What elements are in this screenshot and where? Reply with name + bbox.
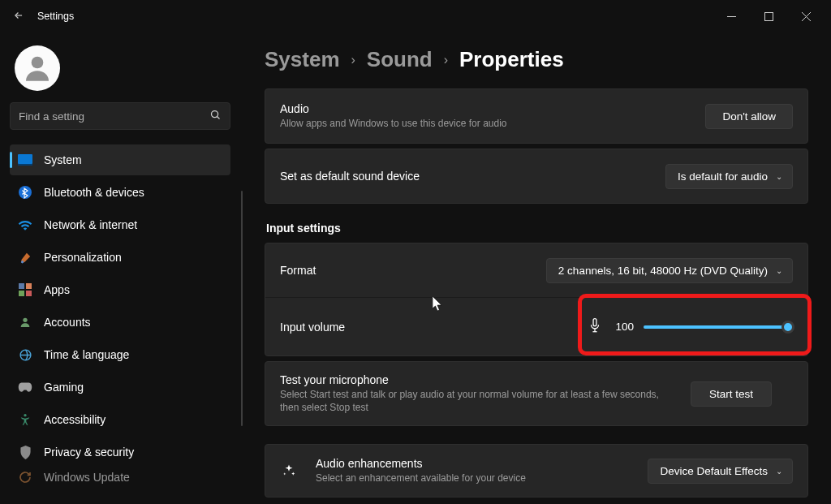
- paintbrush-icon: [18, 250, 32, 265]
- audio-title: Audio: [280, 102, 692, 115]
- default-device-select[interactable]: Is default for audio ⌄: [665, 164, 793, 189]
- input-card: Format 2 channels, 16 bit, 48000 Hz (DVD…: [265, 243, 808, 356]
- wifi-icon: [18, 218, 32, 232]
- audio-subtitle: Allow apps and Windows to use this devic…: [280, 117, 692, 130]
- chevron-right-icon: ›: [351, 53, 355, 67]
- format-title: Format: [280, 264, 533, 277]
- test-mic-card: Test your microphone Select Start test a…: [265, 361, 808, 426]
- sidebar-item-label: Accounts: [44, 316, 91, 329]
- accessibility-icon: [18, 412, 32, 427]
- breadcrumb: System › Sound › Properties: [265, 47, 808, 72]
- apps-icon: [18, 282, 32, 297]
- chevron-down-icon: ⌄: [776, 172, 782, 181]
- format-select[interactable]: 2 channels, 16 bit, 48000 Hz (DVD Qualit…: [546, 258, 793, 283]
- start-test-button[interactable]: Start test: [691, 381, 772, 407]
- chevron-down-icon: ⌄: [776, 467, 782, 476]
- input-volume-control: 100: [588, 318, 793, 336]
- maximize-button[interactable]: [750, 3, 787, 29]
- breadcrumb-sound[interactable]: Sound: [367, 47, 433, 72]
- sidebar-item-label: System: [44, 153, 82, 166]
- search-icon: [209, 109, 222, 123]
- minimize-button[interactable]: [713, 3, 750, 29]
- search-field[interactable]: [19, 110, 209, 123]
- enhancements-card[interactable]: Audio enhancements Select an enhancement…: [265, 444, 808, 498]
- svg-rect-13: [26, 291, 32, 296]
- svg-rect-7: [18, 154, 32, 164]
- svg-rect-12: [19, 291, 24, 296]
- enhancements-title: Audio enhancements: [316, 457, 635, 470]
- format-value: 2 channels, 16 bit, 48000 Hz (DVD Qualit…: [558, 265, 768, 277]
- bluetooth-icon: [18, 185, 32, 200]
- breadcrumb-properties: Properties: [459, 47, 564, 72]
- title-bar: Settings: [0, 0, 831, 32]
- window-title: Settings: [37, 11, 74, 22]
- close-button[interactable]: [787, 3, 825, 29]
- slider-thumb[interactable]: [781, 321, 794, 334]
- default-device-value: Is default for audio: [678, 170, 768, 183]
- sparkle-icon: [280, 463, 298, 478]
- sidebar-item-privacy[interactable]: Privacy & security: [10, 437, 230, 467]
- svg-rect-1: [764, 12, 773, 20]
- svg-point-14: [23, 318, 27, 322]
- svg-rect-8: [18, 164, 32, 166]
- sidebar-item-update[interactable]: Windows Update: [10, 469, 230, 485]
- sidebar-item-bluetooth[interactable]: Bluetooth & devices: [10, 177, 230, 208]
- input-volume-value: 100: [611, 321, 634, 333]
- svg-point-16: [24, 414, 26, 416]
- input-settings-heading: Input settings: [266, 222, 808, 235]
- svg-line-6: [217, 117, 220, 119]
- microphone-icon: [588, 318, 601, 336]
- sidebar-item-label: Privacy & security: [44, 446, 134, 459]
- svg-point-4: [32, 57, 44, 69]
- clock-globe-icon: [18, 347, 32, 362]
- sidebar-item-label: Apps: [44, 283, 70, 296]
- sidebar-item-gaming[interactable]: Gaming: [10, 372, 230, 403]
- default-device-title: Set as default sound device: [280, 170, 652, 183]
- accounts-icon: [18, 315, 32, 330]
- input-volume-slider[interactable]: [644, 320, 793, 334]
- enhancements-select[interactable]: Device Default Effects ⌄: [648, 459, 793, 484]
- enhancements-value: Device Default Effects: [660, 465, 768, 477]
- sidebar-item-label: Gaming: [44, 381, 84, 394]
- sidebar-nav: System Bluetooth & devices Network & int…: [10, 144, 230, 485]
- test-mic-title: Test your microphone: [280, 373, 678, 386]
- sidebar-item-system[interactable]: System: [10, 144, 230, 175]
- sidebar-item-accessibility[interactable]: Accessibility: [10, 404, 230, 435]
- audio-card: Audio Allow apps and Windows to use this…: [265, 88, 808, 144]
- sidebar-item-label: Bluetooth & devices: [44, 186, 144, 199]
- enhancements-subtitle: Select an enhancement available for your…: [316, 472, 635, 485]
- sidebar-item-accounts[interactable]: Accounts: [10, 307, 230, 338]
- sidebar: System Bluetooth & devices Network & int…: [0, 32, 240, 504]
- search-input[interactable]: [10, 102, 230, 130]
- sidebar-item-personalization[interactable]: Personalization: [10, 242, 230, 273]
- window-controls: [713, 3, 825, 29]
- sidebar-scrollbar[interactable]: [241, 191, 243, 426]
- sidebar-item-time[interactable]: Time & language: [10, 339, 230, 370]
- content-area: System › Sound › Properties Audio Allow …: [240, 32, 831, 504]
- dont-allow-button[interactable]: Don't allow: [705, 104, 793, 129]
- svg-rect-11: [26, 283, 32, 289]
- sidebar-item-label: Accessibility: [44, 413, 105, 426]
- avatar[interactable]: [15, 45, 60, 91]
- display-icon: [18, 153, 32, 167]
- svg-rect-17: [593, 318, 596, 325]
- sidebar-item-label: Windows Update: [44, 471, 130, 484]
- default-device-card: Set as default sound device Is default f…: [265, 149, 808, 204]
- svg-point-5: [212, 111, 218, 118]
- update-icon: [18, 470, 32, 485]
- shield-icon: [18, 445, 32, 459]
- test-mic-subtitle: Select Start test and talk or play audio…: [280, 388, 678, 414]
- sidebar-item-label: Time & language: [44, 348, 129, 361]
- sidebar-item-label: Personalization: [44, 251, 122, 264]
- chevron-right-icon: ›: [444, 53, 448, 67]
- back-button[interactable]: [6, 10, 31, 24]
- input-volume-title: Input volume: [280, 321, 575, 334]
- slider-fill: [644, 325, 793, 329]
- chevron-down-icon: ⌄: [776, 266, 782, 275]
- svg-rect-10: [19, 283, 24, 289]
- gamepad-icon: [18, 380, 32, 394]
- breadcrumb-system[interactable]: System: [265, 47, 340, 72]
- sidebar-item-network[interactable]: Network & internet: [10, 209, 230, 240]
- sidebar-item-label: Network & internet: [44, 218, 137, 231]
- sidebar-item-apps[interactable]: Apps: [10, 274, 230, 305]
